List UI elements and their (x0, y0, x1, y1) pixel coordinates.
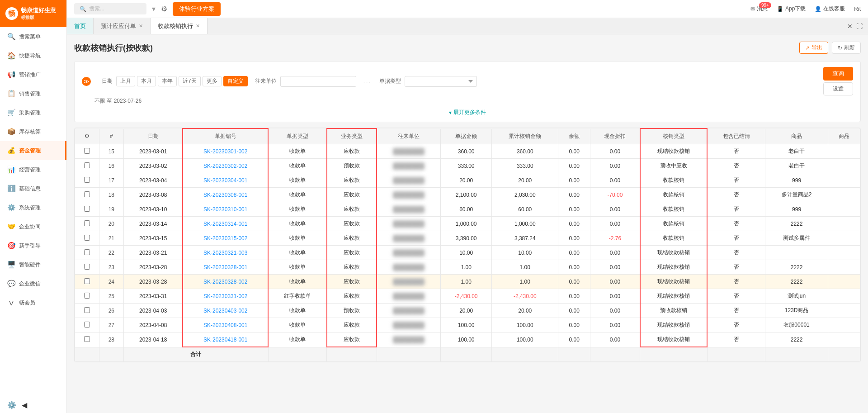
voucher-no-link[interactable]: SK-20230302-002 (203, 163, 247, 169)
td-included: 否 (707, 173, 765, 188)
sidebar-item-inventory[interactable]: 📦 库存核算 (0, 122, 66, 141)
td-balance: 0.00 (558, 246, 590, 260)
filter-collapse-btn[interactable]: ≫ (82, 77, 91, 86)
td-accumulated: -2,430.00 (492, 289, 558, 304)
date-btn-last-month[interactable]: 上月 (116, 76, 135, 86)
app-download-btn[interactable]: 📱 App下载 (777, 5, 806, 13)
voucher-type-select[interactable] (405, 76, 477, 87)
voucher-no-link[interactable]: SK-20230408-001 (203, 322, 247, 328)
voucher-no-link[interactable]: SK-20230308-001 (203, 192, 247, 198)
tab-receivable-close[interactable]: ✕ (139, 23, 143, 29)
sidebar-item-hardware[interactable]: 🖥️ 智能硬件 (0, 255, 66, 274)
tab-receivable[interactable]: 预计应应付单 ✕ (94, 18, 151, 34)
td-checkbox[interactable] (75, 173, 99, 188)
logo: 畅 畅康道好生意 标推版 (0, 0, 66, 27)
sidebar-item-finance[interactable]: 💰 资金管理 (0, 141, 66, 160)
td-cash-discount: 0.00 (590, 332, 640, 347)
voucher-no-link[interactable]: SK-20230403-002 (203, 308, 247, 314)
refresh-btn[interactable]: ↻ 刷新 (832, 42, 861, 54)
date-btn-this-month[interactable]: 本月 (137, 76, 156, 86)
voucher-no-link[interactable]: SK-20230315-002 (203, 235, 247, 242)
tab-home[interactable]: 首页 (67, 18, 94, 34)
sidebar-item-quicknav[interactable]: 🏠 快捷导航 (0, 46, 66, 65)
voucher-no-link[interactable]: SK-20230304-001 (203, 177, 247, 184)
td-checkbox[interactable] (75, 231, 99, 246)
tab-close-all[interactable]: ✕ (847, 23, 853, 30)
td-checkbox[interactable] (75, 188, 99, 202)
summary-row: 合计 (75, 347, 860, 362)
td-amount: 10.00 (441, 246, 492, 260)
counterpart-input[interactable] (280, 76, 356, 87)
sidebar-item-purchase[interactable]: 🛒 采购管理 (0, 103, 66, 122)
td-included: 否 (707, 188, 765, 202)
td-biz-type: 应收款 (327, 318, 377, 332)
industry-btn[interactable]: 体验行业方案 (173, 2, 221, 16)
sidebar-item-enterprise[interactable]: 🤝 企业协同 (0, 217, 66, 236)
date-btn-this-year[interactable]: 本年 (158, 76, 177, 86)
sidebar-item-search[interactable]: 🔍 搜索菜单 (0, 27, 66, 46)
td-checkbox[interactable] (75, 246, 99, 260)
td-writeoff-type: 收款核销 (640, 173, 707, 188)
sidebar-item-operations[interactable]: 📊 经营管理 (0, 160, 66, 179)
sidebar-item-basic[interactable]: ℹ️ 基础信息 (0, 179, 66, 198)
tab-collection[interactable]: 收款核销执行 ✕ (151, 18, 208, 34)
customer-service-btn[interactable]: 👤 在线客服 (815, 5, 845, 13)
date-btn-custom[interactable]: 自定义 (223, 76, 248, 86)
message-icon: ✉ (750, 6, 755, 12)
settings-gear-icon[interactable]: ⚙ (85, 133, 90, 139)
td-voucher-type: 收款单 (268, 304, 327, 318)
sidebar-item-sales[interactable]: 📋 销售管理 (0, 84, 66, 103)
sidebar-collapse-icon[interactable]: ◀ (22, 401, 27, 409)
td-checkbox[interactable] (75, 289, 99, 304)
counterpart-blurred: ████████ (393, 206, 424, 213)
voucher-no-link[interactable]: SK-20230321-003 (203, 250, 247, 256)
sidebar-label-purchase: 采购管理 (19, 109, 41, 117)
voucher-no-link[interactable]: SK-20230328-001 (203, 264, 247, 271)
td-checkbox[interactable] (75, 144, 99, 159)
setting-btn[interactable]: 设置 (823, 82, 853, 95)
date-btn-more[interactable]: 更多 (203, 76, 222, 86)
tab-collection-close[interactable]: ✕ (196, 23, 200, 29)
message-btn[interactable]: ✉ 消息 99+ (750, 5, 768, 13)
td-product2 (828, 144, 860, 159)
top-search-box[interactable]: 🔍 搜索... (74, 3, 146, 14)
expand-btn[interactable]: ▾ 展开更多条件 (449, 109, 486, 116)
td-writeoff-type: 收款核销 (640, 231, 707, 246)
voucher-no-link[interactable]: SK-20230328-002 (203, 279, 247, 285)
td-product2 (828, 332, 860, 347)
date-btn-7days[interactable]: 近7天 (179, 76, 201, 86)
expand-icon: ▾ (449, 109, 452, 116)
th-settings[interactable]: ⚙ (75, 128, 99, 144)
sidebar-item-marketing[interactable]: 📢 营销推广 (0, 65, 66, 84)
sidebar-item-wechat[interactable]: 💬 企业微信 (0, 274, 66, 293)
td-product1: 老白干 (765, 159, 828, 173)
sidebar-item-guide[interactable]: 🎯 新手引导 (0, 236, 66, 255)
settings-icon-top[interactable]: ⚙ (161, 5, 167, 13)
voucher-no-link[interactable]: SK-20230331-002 (203, 293, 247, 299)
td-checkbox[interactable] (75, 202, 99, 217)
counterpart-blurred: ████████ (393, 308, 424, 314)
td-checkbox[interactable] (75, 304, 99, 318)
td-checkbox[interactable] (75, 318, 99, 332)
td-checkbox[interactable] (75, 275, 99, 289)
tab-expand[interactable]: ⛶ (856, 23, 863, 30)
message-badge: 99+ (759, 2, 771, 8)
sidebar-settings-icon[interactable]: ⚙️ (7, 401, 16, 409)
td-checkbox[interactable] (75, 159, 99, 173)
dropdown-arrow[interactable]: ▾ (152, 5, 156, 13)
sidebar-item-member[interactable]: V 畅会员 (0, 293, 66, 312)
td-date: 2023-04-08 (123, 318, 183, 332)
data-table: ⚙ # 日期 单据编号 单据类型 业务类型 往来单位 单据金额 累计核销金额 余… (75, 128, 860, 362)
query-btn[interactable]: 查询 (823, 67, 853, 81)
voucher-no-link[interactable]: SK-20230310-001 (203, 206, 247, 213)
voucher-no-link[interactable]: SK-20230314-001 (203, 221, 247, 227)
td-checkbox[interactable] (75, 260, 99, 275)
voucher-no-link[interactable]: SK-20230301-002 (203, 148, 247, 155)
voucher-no-link[interactable]: SK-20230418-001 (203, 337, 247, 343)
td-checkbox[interactable] (75, 332, 99, 347)
table-container: ⚙ # 日期 单据编号 单据类型 业务类型 往来单位 单据金额 累计核销金额 余… (74, 128, 861, 362)
td-checkbox[interactable] (75, 217, 99, 231)
export-btn[interactable]: ↗ 导出 (799, 42, 828, 54)
sidebar-item-system[interactable]: ⚙️ 系统管理 (0, 198, 66, 217)
page-title-actions: ↗ 导出 ↻ 刷新 (799, 42, 861, 54)
